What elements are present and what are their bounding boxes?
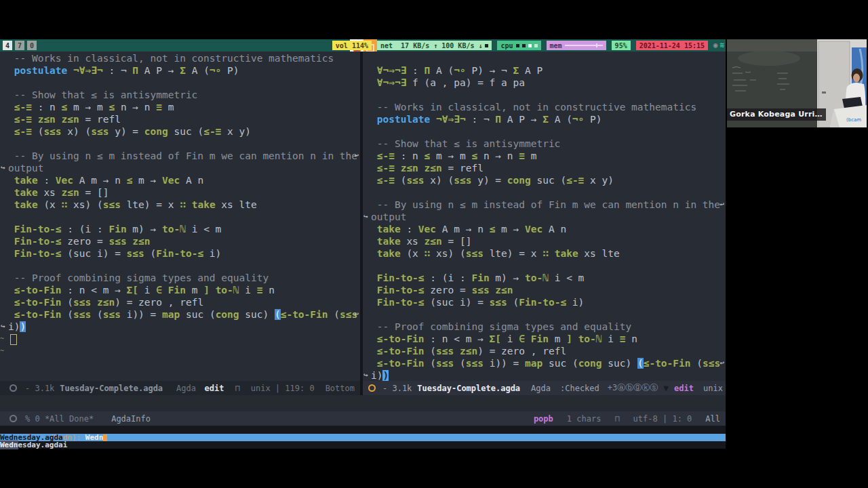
workspace-tab-0[interactable]: 0	[27, 41, 37, 50]
code-line: take xs z≤n = []	[8, 186, 360, 199]
sep-icon: ⊓	[235, 384, 239, 393]
buffer-name: Tuesday-Complete.agda	[60, 384, 163, 393]
edit-state: edit	[674, 384, 694, 393]
code-line: ∀¬⇒¬∃ f (a , pa) = f a pa	[371, 77, 726, 89]
code-line: ≤-to-Fin (s≤s (s≤s i)) = map suc (cong s…	[8, 308, 360, 321]
text-cursor	[103, 434, 107, 441]
code-line	[8, 211, 360, 223]
buffer-state-icon	[368, 384, 376, 392]
wrap-continuation-icon: ↪	[363, 211, 368, 223]
code-line: -- By using n ≤ m instead of Fin m we ca…	[8, 150, 360, 162]
editor-pane-right[interactable]: ∀¬⇒¬∃ : Π A (¬∘ P) → ¬ Σ A P ∀¬⇒¬∃ f (a …	[363, 52, 726, 381]
code-line: ~	[8, 333, 360, 345]
memory-bar	[565, 45, 603, 46]
code-line	[371, 89, 726, 101]
code-line: Fin-to-≤ zero = s≤s z≤n	[8, 235, 360, 247]
wrap-continuation-icon: ↪	[1, 321, 5, 333]
code-line: -- By using n ≤ m instead of Fin m we ca…	[371, 199, 726, 211]
buffer-size: - 3.1k	[382, 384, 412, 393]
code-line: ↪i))	[8, 321, 360, 333]
code-line: -- Show that ≤ is antisymmetric	[371, 138, 726, 150]
code-line	[8, 138, 360, 150]
cpu-indicator: cpu	[497, 41, 540, 50]
podium-logo: (bcam	[846, 117, 861, 123]
agda-info-window[interactable]	[0, 395, 726, 411]
code-line	[371, 125, 726, 138]
code-line: postulate ¬∀⇒∃¬ : ¬ Π A P → Σ A (¬∘ P)	[8, 64, 360, 77]
code-line: ↪output	[8, 162, 360, 174]
code-line: Fin-to-≤ zero = s≤s z≤n	[371, 284, 726, 296]
code-line: ≤-≡ : n ≤ m → m ≤ n → n ≡ m	[8, 101, 360, 113]
net-square-icon	[485, 44, 488, 47]
code-line: take (x ∷ xs) (s≤s lte) = x ∷ take xs lt…	[371, 247, 726, 260]
status-blocks: vol 114% net 17 KB/s ↑ 100 KB/s ↓ cpu me…	[332, 41, 708, 50]
completion-item[interactable]: Wednesday.agda	[0, 434, 726, 441]
code-line: take xs z≤n = []	[371, 235, 726, 247]
wrap-continuation-icon: ↪	[363, 369, 368, 381]
code-line: Fin-to-≤ : (i : Fin m) → to-ℕ i < m	[8, 223, 360, 235]
video-frame: 4 7 0 ema eun vol 114% net 17 KB/s ↑ 100…	[0, 0, 868, 488]
code-line: Fin-to-≤ (suc i) = s≤s (Fin-to-≤ i)	[371, 296, 726, 308]
code-line: -- Works in classical, not in constructi…	[8, 52, 360, 64]
minibuffer-prompt-line[interactable]: 2 (Wedn): Wedn	[0, 426, 726, 434]
minor-mode-badges: +3ⓐⓑⓖⓚⓢ	[608, 382, 658, 394]
code-line	[371, 52, 726, 64]
wrap-continuation-icon: ↪	[1, 162, 5, 174]
agda-checked-status: :Checked	[560, 384, 599, 393]
record-icon[interactable]: ◉	[713, 41, 718, 50]
clock-indicator: 2021-11-24 15:15	[636, 41, 708, 50]
editor-pane-left[interactable]: -- Works in classical, not in constructi…	[0, 52, 360, 381]
tray-icons: ◉ ≋	[713, 41, 724, 50]
door-handle	[822, 92, 826, 94]
code-line: postulate ¬∀⇒∃¬ : ¬ Π A P → Σ A (¬∘ P)	[371, 113, 726, 125]
memory-indicator: mem	[547, 41, 606, 50]
code-line	[8, 260, 360, 272]
scroll-position: Bottom	[326, 384, 355, 393]
major-mode: Agda	[176, 384, 196, 393]
wrap-arrow-icon: ↩	[719, 199, 724, 211]
obs-icon[interactable]: ≋	[719, 41, 724, 50]
workspace-tab-4[interactable]: 4	[3, 41, 12, 50]
code-line: take : Vec A m → n ≤ m → Vec A n	[371, 223, 726, 235]
webcam-video: (bcam Gorka Kobeaga Urri…	[727, 39, 867, 127]
minibuffer-input[interactable]: Wedn	[85, 433, 104, 442]
edit-state: edit	[205, 384, 224, 393]
code-line	[8, 77, 360, 89]
minibuffer[interactable]: 2 (Wedn): Wedn Wednesday.agdaWednesday.a…	[0, 426, 726, 449]
code-line: -- Proof combining sigma types and equal…	[371, 321, 726, 333]
major-mode: Agda	[531, 384, 551, 393]
status-bar: 4 7 0 ema eun vol 114% net 17 KB/s ↑ 100…	[0, 39, 726, 52]
code-line	[371, 260, 726, 272]
wrap-arrow-icon: ↩	[354, 150, 359, 162]
workspace-name: popb	[534, 414, 553, 424]
code-line: ↪output	[371, 211, 726, 223]
buffer-state-icon	[9, 384, 17, 392]
completion-item[interactable]: Wednesday.agdai	[0, 441, 726, 449]
code-line: ≤-≡ z≤n z≤n = refl	[8, 113, 360, 125]
encoding-position: utf-8 | 1: 0	[633, 414, 692, 424]
code-line: ≤-to-Fin : n < m → Σ[ i ∈ Fin m ] to-ℕ i…	[8, 284, 360, 296]
wrap-arrow-icon: ↩	[719, 357, 724, 369]
code-line: -- Proof combining sigma types and equal…	[8, 272, 360, 284]
code-line: ≤-to-Fin (s≤s z≤n) = zero , refl	[8, 296, 360, 308]
code-line: ≤-≡ (s≤s x) (s≤s y) = cong suc (≤-≡ x y)	[371, 174, 726, 186]
hollow-cursor	[10, 334, 17, 345]
major-mode: AgdaInfo	[111, 414, 151, 424]
buffer-state-icon	[9, 415, 17, 422]
modeline-left: - 3.1k Tuesday-Complete.agda Agda edit ⊓…	[0, 381, 360, 395]
sep-icon: ⊓	[614, 414, 619, 424]
workspace-tab-7[interactable]: 7	[15, 41, 24, 50]
code-line: take (x ∷ xs) (s≤s lte) = x ∷ take xs lt…	[8, 199, 360, 211]
encoding-position: unix | 119: 0	[251, 384, 315, 393]
battery-indicator: 95%	[612, 41, 631, 50]
scroll-position: All	[705, 414, 720, 424]
code-line: -- Show that ≤ is antisymmetric	[8, 89, 360, 101]
modeline-info: % 0 *All Done* AgdaInfo popb 1 chars ⊓ u…	[0, 411, 726, 426]
code-line: ~	[8, 345, 360, 357]
code-line	[371, 308, 726, 321]
encoding-position: unix | 118:63	[703, 384, 726, 393]
triangle-icon: ▼	[663, 383, 669, 393]
buffer-name: % 0 *All Done*	[25, 414, 94, 424]
char-count: 1 chars	[567, 414, 601, 424]
code-line: ∀¬⇒¬∃ : Π A (¬∘ P) → ¬ Σ A P	[371, 64, 726, 77]
